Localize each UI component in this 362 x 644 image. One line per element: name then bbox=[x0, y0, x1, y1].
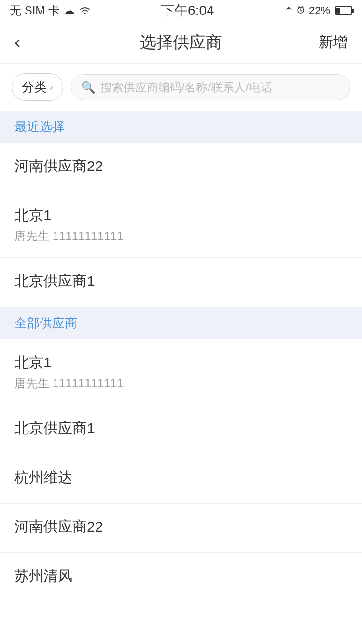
all-list-item[interactable]: 苏州清风 bbox=[0, 553, 362, 602]
recent-list-item[interactable]: 北京供应商1 bbox=[0, 258, 362, 307]
item-name: 北京供应商1 bbox=[14, 271, 348, 291]
no-sim-label: 无 SIM 卡 ☁ bbox=[10, 3, 75, 18]
item-name: 杭州维达 bbox=[14, 468, 348, 488]
all-list-item[interactable]: 河南供应商22 bbox=[0, 504, 362, 553]
all-list-item[interactable]: 北京供应商1 bbox=[0, 405, 362, 454]
add-button[interactable]: 新增 bbox=[319, 32, 348, 52]
item-name: 河南供应商22 bbox=[14, 517, 348, 537]
search-icon: 🔍 bbox=[81, 81, 96, 94]
wifi-icon bbox=[80, 4, 90, 17]
status-right: 22% bbox=[285, 4, 352, 17]
alarm-icon bbox=[296, 4, 305, 17]
item-sub: 唐先生 11111111111 bbox=[14, 228, 348, 244]
category-label: 分类 bbox=[22, 79, 47, 96]
page-title: 选择供应商 bbox=[140, 31, 222, 54]
battery-percent: 22% bbox=[309, 4, 330, 17]
status-bar: 无 SIM 卡 ☁ 下午6:04 22% bbox=[0, 0, 362, 21]
recent-section-header: 最近选择 bbox=[0, 111, 362, 143]
all-list-item[interactable]: 杭州维达 bbox=[0, 454, 362, 504]
all-section-header: 全部供应商 bbox=[0, 307, 362, 339]
search-box[interactable]: 🔍 搜索供应商编码/名称/联系人/电话 bbox=[71, 74, 350, 100]
status-time: 下午6:04 bbox=[161, 1, 214, 20]
item-name: 苏州清风 bbox=[14, 566, 348, 586]
chevron-right-icon: › bbox=[50, 82, 53, 93]
item-name: 河南供应商22 bbox=[14, 156, 348, 176]
nav-bar: ‹ 选择供应商 新增 bbox=[0, 21, 362, 64]
filter-bar: 分类 › 🔍 搜索供应商编码/名称/联系人/电话 bbox=[0, 64, 362, 111]
recent-list-item[interactable]: 北京1唐先生 11111111111 bbox=[0, 192, 362, 258]
all-list-item[interactable]: 北京1唐先生 11111111111 bbox=[0, 339, 362, 405]
battery-icon bbox=[335, 6, 352, 15]
item-name: 北京1 bbox=[14, 353, 348, 373]
search-placeholder: 搜索供应商编码/名称/联系人/电话 bbox=[100, 80, 272, 95]
category-button[interactable]: 分类 › bbox=[12, 73, 63, 101]
item-name: 北京供应商1 bbox=[14, 419, 348, 438]
item-name: 北京1 bbox=[14, 206, 348, 225]
recent-items-list: 河南供应商22北京1唐先生 11111111111北京供应商1 bbox=[0, 143, 362, 307]
svg-line-2 bbox=[301, 10, 302, 11]
recent-list-item[interactable]: 河南供应商22 bbox=[0, 143, 362, 192]
back-button[interactable]: ‹ bbox=[14, 32, 43, 53]
location-icon bbox=[285, 4, 292, 17]
item-sub: 唐先生 11111111111 bbox=[14, 376, 348, 391]
all-items-list: 北京1唐先生 11111111111北京供应商1杭州维达河南供应商22苏州清风 bbox=[0, 339, 362, 602]
status-left: 无 SIM 卡 ☁ bbox=[10, 3, 90, 18]
